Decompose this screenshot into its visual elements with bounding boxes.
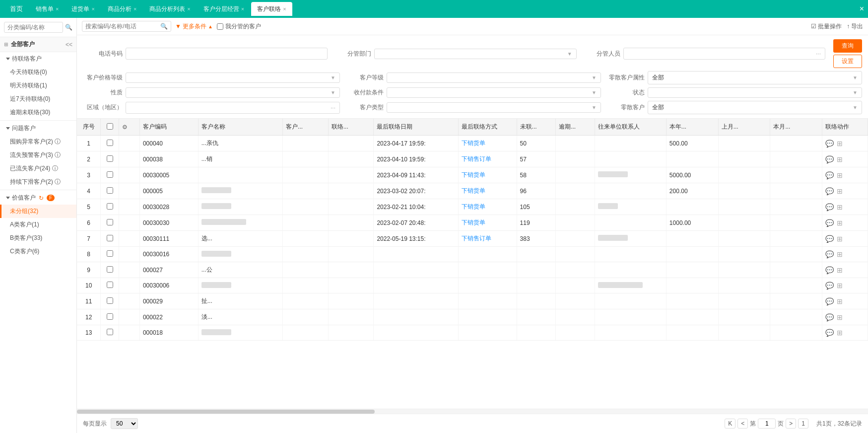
close-tab-purchase[interactable]: × xyxy=(91,6,94,12)
cell-check[interactable] xyxy=(101,183,119,199)
cust-type-select[interactable]: ▼ xyxy=(387,102,601,113)
cell-check[interactable] xyxy=(101,247,119,262)
cust-level-select[interactable]: ▼ xyxy=(387,72,601,83)
person-dots[interactable]: ··· xyxy=(816,50,821,57)
grid-action-icon[interactable]: ⊞ xyxy=(837,171,843,179)
nav-tab-analysis[interactable]: 商品分析 × xyxy=(102,2,142,16)
cell-last-method[interactable]: 下销货单 xyxy=(458,136,517,151)
nav-tab-sales[interactable]: 销售单 × xyxy=(30,2,65,16)
method-link[interactable]: 下销货单 xyxy=(462,219,485,226)
chat-icon[interactable]: 💬 xyxy=(825,203,834,211)
row-checkbox[interactable] xyxy=(107,203,113,210)
grid-action-icon[interactable]: ⊞ xyxy=(837,297,843,305)
last-page-btn[interactable]: 1 xyxy=(798,419,808,429)
chat-icon[interactable]: 💬 xyxy=(825,282,834,289)
chat-icon[interactable]: 💬 xyxy=(825,250,834,258)
sidebar-item-today[interactable]: 今天待联络(0) xyxy=(0,66,76,79)
export-btn[interactable]: ↑ 导出 xyxy=(847,22,863,31)
query-button[interactable]: 查询 xyxy=(833,39,862,53)
row-checkbox[interactable] xyxy=(107,187,113,194)
row-checkbox[interactable] xyxy=(107,140,113,146)
zero-cust-select[interactable]: 全部 ▼ xyxy=(648,101,862,114)
h-scrollbar[interactable] xyxy=(77,409,868,414)
next-page-btn[interactable]: > xyxy=(786,419,796,429)
method-link[interactable]: 下销货单 xyxy=(462,171,485,178)
cell-last-method[interactable]: 下销售订单 xyxy=(458,151,517,167)
chat-icon[interactable]: 💬 xyxy=(825,140,834,147)
batch-ops-btn[interactable]: ☑ 批量操作 xyxy=(811,22,842,31)
cell-check[interactable] xyxy=(101,231,119,247)
data-table-container[interactable]: 序号 ⚙ 客户编码 客户名称 客户... 联络... 最后联络日期 最后联络方式… xyxy=(77,119,868,409)
my-customers-checkbox[interactable]: 我分管的客户 xyxy=(217,22,261,31)
method-link[interactable]: 下销售订单 xyxy=(462,235,491,242)
chat-icon[interactable]: 💬 xyxy=(825,187,834,195)
close-tab-customer-contact[interactable]: × xyxy=(283,6,286,12)
sidebar-item-churned[interactable]: 已流失客户(24) ⓘ xyxy=(0,162,76,175)
all-customers-header[interactable]: ⊞ 全部客户 << xyxy=(0,37,76,52)
grid-action-icon[interactable]: ⊞ xyxy=(837,266,843,274)
grid-action-icon[interactable]: ⊞ xyxy=(837,235,843,243)
phone-input[interactable] xyxy=(126,48,328,60)
chat-icon[interactable]: 💬 xyxy=(825,155,834,163)
cell-check[interactable] xyxy=(101,136,119,151)
sidebar-item-churn-warning[interactable]: 流失预警客户(3) ⓘ xyxy=(0,148,76,162)
per-page-select[interactable]: 50 100 xyxy=(111,418,138,429)
row-checkbox[interactable] xyxy=(107,313,113,320)
nature-select[interactable]: ▼ xyxy=(126,87,340,98)
chat-icon[interactable]: 💬 xyxy=(825,171,834,179)
grid-action-icon[interactable]: ⊞ xyxy=(837,187,843,195)
prev-page-btn[interactable]: < xyxy=(737,419,748,429)
price-select[interactable]: ▼ xyxy=(126,72,340,83)
region-dots[interactable]: ··· xyxy=(331,104,335,111)
grid-action-icon[interactable]: ⊞ xyxy=(837,282,843,289)
sidebar-item-declining[interactable]: 持续下滑客户(2) ⓘ xyxy=(0,175,76,189)
cell-last-method[interactable]: 下销货单 xyxy=(458,199,517,215)
cell-last-method[interactable]: 下销货单 xyxy=(458,215,517,231)
toolbar-search-input[interactable] xyxy=(85,23,158,30)
grid-action-icon[interactable]: ⊞ xyxy=(837,329,843,337)
more-conditions-btn[interactable]: ▼ 更多条件 ▲ xyxy=(175,22,213,31)
toolbar-search-icon[interactable]: 🔍 xyxy=(160,23,168,30)
cell-last-method[interactable]: 下销货单 xyxy=(458,167,517,183)
th-check[interactable] xyxy=(101,119,119,136)
row-checkbox[interactable] xyxy=(107,282,113,288)
toolbar-search-box[interactable]: 🔍 xyxy=(82,21,171,32)
cell-check[interactable] xyxy=(101,262,119,278)
page-number-input[interactable] xyxy=(758,419,776,429)
my-customers-check[interactable] xyxy=(217,23,223,30)
person-select[interactable]: ··· xyxy=(623,48,825,60)
table-settings-icon[interactable]: ⚙ xyxy=(122,124,128,131)
close-tab-analysis-list[interactable]: × xyxy=(187,6,190,12)
chat-icon[interactable]: 💬 xyxy=(825,297,834,305)
row-checkbox[interactable] xyxy=(107,155,113,162)
sidebar-item-class-a[interactable]: A类客户(1) xyxy=(0,218,76,231)
payment-select[interactable]: ▼ xyxy=(387,87,601,98)
nav-tab-analysis-list[interactable]: 商品分析列表 × xyxy=(143,2,196,16)
first-page-btn[interactable]: K xyxy=(725,419,735,429)
chat-icon[interactable]: 💬 xyxy=(825,313,834,321)
cell-check[interactable] xyxy=(101,278,119,293)
method-link[interactable]: 下销货单 xyxy=(462,203,485,210)
method-link[interactable]: 下销货单 xyxy=(462,187,485,194)
sidebar-search-input[interactable] xyxy=(4,22,63,33)
grid-action-icon[interactable]: ⊞ xyxy=(837,250,843,258)
row-checkbox[interactable] xyxy=(107,171,113,178)
close-tab-sales[interactable]: × xyxy=(56,6,59,12)
dept-select[interactable]: ▼ xyxy=(374,49,576,59)
cell-check[interactable] xyxy=(101,199,119,215)
cell-check[interactable] xyxy=(101,215,119,231)
method-link[interactable]: 下销货单 xyxy=(462,140,485,146)
sidebar-item-class-c[interactable]: C类客户(6) xyxy=(0,245,76,258)
row-checkbox[interactable] xyxy=(107,235,113,241)
row-checkbox[interactable] xyxy=(107,219,113,225)
sidebar-item-overdue[interactable]: 逾期未联络(30) xyxy=(0,106,76,119)
method-link[interactable]: 下销售订单 xyxy=(462,155,491,162)
sidebar-group-pending[interactable]: 待联络客户 xyxy=(0,52,76,66)
sidebar-item-tomorrow[interactable]: 明天待联络(1) xyxy=(0,79,76,92)
nav-tab-customer-contact[interactable]: 客户联络 × xyxy=(251,2,292,16)
cell-check[interactable] xyxy=(101,167,119,183)
reset-button[interactable]: 设置 xyxy=(833,55,862,68)
sidebar-item-7days[interactable]: 近7天待联络(0) xyxy=(0,92,76,106)
region-select[interactable]: ··· xyxy=(126,102,340,114)
grid-action-icon[interactable]: ⊞ xyxy=(837,203,843,211)
